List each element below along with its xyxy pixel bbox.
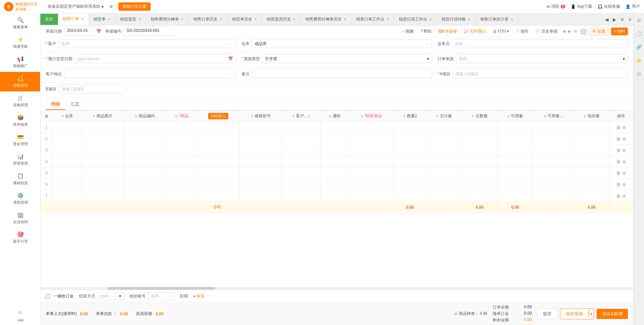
prev-record-icon[interactable]: ◀	[562, 29, 565, 34]
row-1-product-img[interactable]	[81, 122, 123, 133]
tab-prev-icon[interactable]: ◀	[603, 15, 611, 24]
copy-icon[interactable]: ⊕	[622, 136, 626, 141]
delivery-input[interactable]: yyyy-mm-dd 📅	[74, 54, 236, 63]
col-settings[interactable]: ⚙	[41, 111, 53, 122]
order-num-input[interactable]: SO-20230324-001	[123, 27, 174, 36]
tab-return[interactable]: 销货退货 ✕	[115, 14, 146, 25]
row-1-spec[interactable]	[240, 122, 282, 133]
customer-dots-icon[interactable]: ···	[230, 41, 233, 46]
save-draft-button[interactable]: 保存草稿	[560, 309, 589, 319]
row-1-attr[interactable]	[320, 122, 349, 133]
tab-expense[interactable]: 销售费用分摊单 ✕	[146, 14, 189, 25]
history-btn[interactable]: 📄 历史单据	[533, 28, 560, 35]
copy-icon[interactable]: ⊕	[622, 170, 626, 176]
print-btn[interactable]: 🖨 打印▾	[491, 28, 511, 35]
sidebar-item-search[interactable]: 🔍 搜索菜单	[0, 13, 40, 33]
close-icon[interactable]: ✕	[108, 17, 110, 21]
copy-icon[interactable]: ⊕	[622, 193, 626, 199]
close-icon[interactable]: ✕	[220, 17, 222, 21]
add-material-button[interactable]: + 物料	[611, 28, 628, 35]
scan-button[interactable]: 扫码录入	[208, 113, 228, 119]
tab-return-history[interactable]: 销货退货历史 ✕	[262, 14, 301, 25]
grid-icon[interactable]: ⊞	[574, 29, 577, 34]
copy-icon[interactable]: ⊕	[622, 125, 626, 130]
tab-detail[interactable]: 明细	[46, 99, 65, 110]
tab-next-icon[interactable]: ▶	[611, 15, 618, 24]
sidebar-item-finance[interactable]: 💳 资金管理	[0, 130, 40, 150]
shortcuts-btn[interactable]: ⌨ 快捷键	[436, 28, 459, 35]
payment-method-select[interactable]: 选择... ▾	[97, 292, 124, 300]
delete-icon[interactable]: 🗑	[616, 136, 621, 141]
warehouse-dots-icon[interactable]: ···	[426, 41, 429, 46]
save-draft-chevron-icon[interactable]: ▾	[589, 310, 594, 318]
delete-icon[interactable]: 🗑	[616, 193, 621, 199]
sidebar-item-basic[interactable]: 📋 基础信息	[0, 169, 40, 189]
receipt-dots-icon[interactable]: ···	[168, 294, 172, 298]
tab-order-history[interactable]: 销售订单历史 ✕	[189, 14, 227, 25]
view-btn[interactable]: ○ 视频	[400, 28, 415, 35]
invoice-select[interactable]: 不开票 ▾	[262, 54, 432, 63]
row-1-current[interactable]	[574, 122, 609, 133]
tab-daily-workbench[interactable]: 钱货日清工作台 ✕	[394, 14, 437, 25]
right-panel-icon-3[interactable]: 🔗	[635, 43, 643, 51]
table-area[interactable]: ⚙ ⇅ 仓库 ⇅ 商品图片 ⇅ 商品编码	[40, 111, 633, 287]
fullscreen-icon[interactable]: ⬜	[580, 28, 586, 35]
operations-btn[interactable]: ⋮ 操作	[514, 28, 531, 35]
close-icon[interactable]: ✕	[181, 17, 184, 21]
date-input[interactable]: 2023-03-24	[64, 27, 94, 36]
warehouse-input[interactable]: 成品库 ···	[252, 39, 432, 48]
row-1-product-code[interactable]	[124, 122, 166, 133]
close-icon[interactable]: ✕	[138, 17, 141, 21]
row-1-warehouse[interactable]	[53, 122, 82, 133]
sidebar-item-enterprise[interactable]: 🏢 企业协同	[0, 208, 40, 228]
sidebar-item-marketing[interactable]: 📢 营销推广	[0, 52, 40, 72]
close-icon[interactable]: ✕	[386, 17, 389, 21]
tab-sales-goods[interactable]: 销货单 ✕	[89, 14, 115, 25]
tab-menu-icon[interactable]: ≡	[627, 15, 633, 24]
addr-dots-icon[interactable]: ···	[230, 72, 233, 76]
delete-icon[interactable]: 🗑	[616, 125, 621, 130]
tab-expense-history[interactable]: 销售费用分摊单历史 ✕	[301, 14, 351, 25]
customer-input[interactable]: 选择... ···	[58, 39, 236, 48]
close-icon[interactable]: ✕	[293, 17, 296, 21]
sidebar-item-purchase[interactable]: 🛒 采购管理	[0, 91, 40, 111]
salesperson-dots-icon[interactable]: ···	[621, 41, 625, 46]
right-panel-icon-5[interactable]: ⊡	[635, 70, 643, 78]
tab-home[interactable]: 首页	[40, 14, 58, 25]
row-1-sales-unit[interactable]	[349, 122, 394, 133]
tab-summary[interactable]: 汇总	[65, 99, 85, 110]
sidebar-collapse-icon[interactable]: ◀◀	[17, 318, 23, 322]
delete-icon[interactable]: 🗑	[616, 159, 621, 164]
receipt-account-input[interactable]: 选择... ···	[148, 292, 175, 300]
close-icon[interactable]: ✕	[344, 17, 346, 21]
row-1-product[interactable]	[166, 122, 197, 133]
b-project-input[interactable]: 请输入B项目	[59, 85, 126, 93]
discard-button[interactable]: 放弃	[537, 309, 557, 319]
salesperson-input[interactable]: 选择... ···	[452, 39, 628, 48]
tab-sales-order[interactable]: 销售订单 ✕	[58, 13, 89, 25]
horizontal-scrollbar[interactable]	[40, 287, 633, 290]
close-icon[interactable]: ✕	[429, 17, 432, 21]
row-1-customer-code[interactable]	[282, 122, 320, 133]
sidebar-item-sales[interactable]: 💰 销售管理	[0, 72, 40, 91]
close-icon[interactable]: ✕	[510, 17, 513, 21]
next-record-icon[interactable]: ▶	[568, 29, 571, 34]
sidebar-item-inventory[interactable]: 📦 库存核算	[0, 111, 40, 130]
settings-icon[interactable]: ⚙	[107, 3, 115, 11]
system-name[interactable]: 装备及固定资产辅助管理系统 ▾	[48, 4, 104, 9]
app-download-button[interactable]: 📱 App下载	[571, 4, 592, 9]
copy-icon[interactable]: ⊕	[622, 182, 626, 187]
close-icon[interactable]: ✕	[81, 17, 84, 21]
online-service-button[interactable]: 🎧 在线客服	[598, 4, 620, 9]
one-click-checkbox[interactable]	[46, 294, 50, 298]
copy-icon[interactable]: ⊕	[622, 159, 626, 164]
tab-goods-history[interactable]: 销货单历史 ✕	[227, 14, 262, 25]
save-new-button[interactable]: 保存&新增	[597, 309, 628, 319]
close-icon[interactable]: ✕	[254, 17, 257, 21]
tab-close-all-icon[interactable]: ✕	[618, 15, 627, 24]
settings-button[interactable]: ⚙ 设置	[589, 27, 608, 36]
tab-order-stats[interactable]: 销售订单统计表 ✕	[476, 14, 518, 25]
message-button[interactable]: ✉ 消息 9	[546, 4, 565, 9]
sidebar-settings-icon[interactable]: ⚙	[18, 310, 22, 315]
profit-btn[interactable]: 📈 毛利预估	[462, 28, 488, 35]
